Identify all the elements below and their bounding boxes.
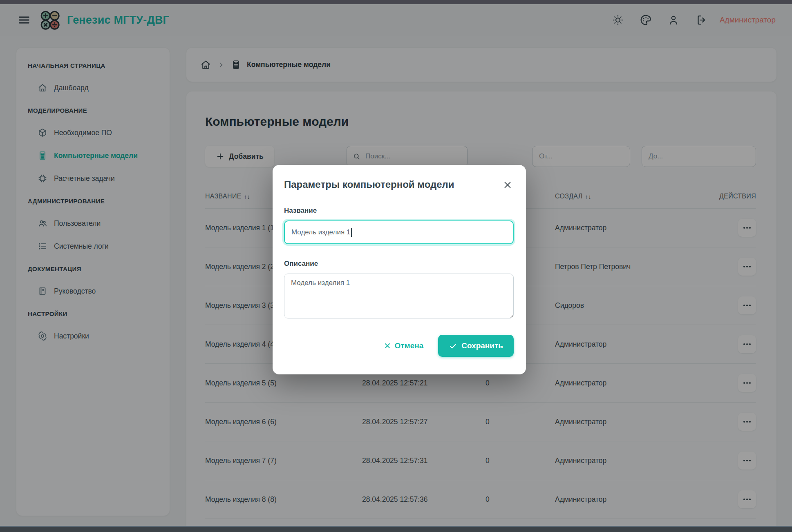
- model-params-modal: Параметры компьютерной модели Название М…: [273, 165, 526, 374]
- model-name-input[interactable]: Модель изделия 1: [284, 220, 514, 244]
- cancel-button[interactable]: Отмена: [383, 341, 424, 350]
- save-button-label: Сохранить: [461, 341, 503, 350]
- modal-title: Параметры компьютерной модели: [284, 179, 454, 190]
- x-icon: [383, 342, 392, 350]
- check-icon: [449, 342, 457, 350]
- model-name-value: Модель изделия 1: [291, 228, 350, 236]
- app-screen: Генезис МГТУ-ДВГ Администратор НАЧАЛЬНАЯ…: [0, 0, 792, 532]
- cancel-button-label: Отмена: [395, 341, 424, 350]
- name-field-label: Название: [284, 207, 514, 215]
- model-description-input[interactable]: Модель изделия 1: [284, 274, 514, 318]
- close-icon[interactable]: [501, 179, 514, 191]
- text-caret: [351, 228, 352, 237]
- save-button[interactable]: Сохранить: [438, 335, 514, 357]
- window-bottom-edge: [0, 526, 792, 532]
- window-top-edge: [0, 0, 792, 4]
- description-field-label: Описание: [284, 260, 514, 268]
